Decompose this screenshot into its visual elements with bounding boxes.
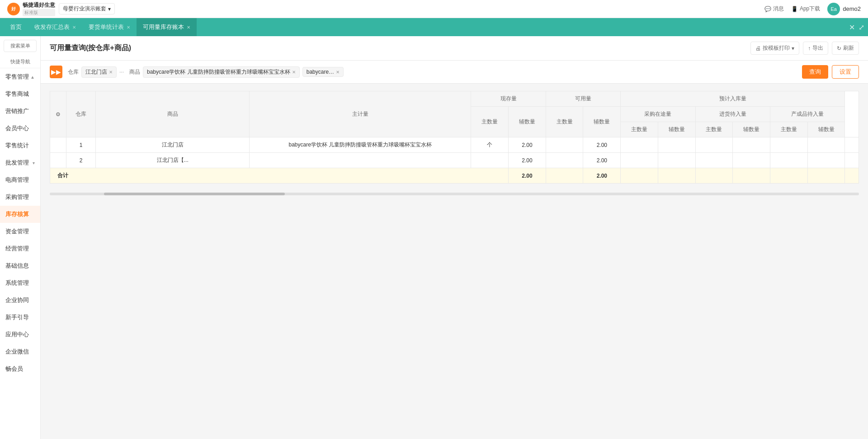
prod-aux-header: 辅数量 [807,122,845,137]
scroll-footer [41,191,868,197]
sidebar-item-purchase-mgmt[interactable]: 采购管理 [0,189,40,206]
available-main-qty-header: 主数量 [546,107,583,137]
more-filter-icon[interactable]: ··· [119,69,124,75]
total-available-main-cell: 2.00 [583,168,621,184]
refresh-icon: ↻ [837,45,841,52]
row-settings-cell [50,137,66,153]
remove-product-extra-icon[interactable]: ✕ [336,70,340,75]
user-area[interactable]: Ea demo2 [827,3,861,15]
settings-col-header: ⚙ [50,91,66,137]
row-available-aux-cell [621,137,658,153]
horizontal-scrollbar[interactable] [50,193,859,195]
sidebar-search-area: 搜索菜单 [0,36,40,56]
top-bar-right: 💬 消息 📱 App下载 Ea demo2 [764,3,861,15]
refresh-button[interactable]: ↻ 刷新 [832,42,859,55]
sidebar-item-enterprise-collab[interactable]: 企业协同 [0,292,40,309]
message-action[interactable]: 💬 消息 [764,5,784,13]
warehouse-filter: 仓库 江北门店 ✕ ··· [68,66,124,78]
avatar: Ea [827,3,840,15]
sidebar-item-members[interactable]: 会员中心 [0,120,40,137]
warehouse-col-header: 仓库 [66,91,96,137]
total-row: 合计 2.00 2.00 [50,168,859,184]
row-prod-main-cell [807,153,845,168]
filter-toggle-button[interactable]: ▶▶ [50,66,62,78]
content-area: 可用量查询(按仓库+商品) 🖨 按模板打印 ▾ ↑ 导出 ↻ 刷新 ▶▶ [41,36,868,439]
tab-receive-summary[interactable]: 收发存汇总表 ✕ [28,18,82,36]
scroll-thumb[interactable] [104,193,285,195]
row-incoming-main-cell [733,137,770,153]
tab-home[interactable]: 首页 [4,18,28,36]
mobile-icon: 📱 [791,6,798,12]
remove-product-icon[interactable]: ✕ [292,70,296,75]
warehouse-tag[interactable]: 江北门店 ✕ [81,66,117,78]
sidebar-item-ecommerce[interactable]: 电商管理 [0,171,40,189]
username[interactable]: demo2 [843,5,861,12]
close-icon[interactable]: ✕ [72,25,76,30]
quick-nav-button[interactable]: 快捷导航 [0,56,40,68]
query-button[interactable]: 查询 [802,65,828,79]
close-icon[interactable]: ✕ [127,25,130,30]
total-available-aux-cell [621,168,658,184]
close-window-icon[interactable]: ✕ [849,23,855,32]
search-menu-button[interactable]: 搜索菜单 [4,40,37,52]
incoming-header: 进货待入量 [695,107,770,122]
filter-actions: 查询 设置 [802,65,859,79]
remove-warehouse-icon[interactable]: ✕ [109,70,113,75]
total-prod-main-cell [807,168,845,184]
sidebar-item-vip-member[interactable]: 畅会员 [0,360,40,378]
purchase-transit-header: 采购在途量 [621,107,695,122]
sidebar-item-wholesale-mgmt[interactable]: 批发管理 ▾ [0,154,40,171]
total-current-aux-cell [546,168,583,184]
filter-bar: ▶▶ 仓库 江北门店 ✕ ··· 商品 babycare学饮杯 儿童防摔防撞吸管… [41,61,868,84]
sidebar-item-system-mgmt[interactable]: 系统管理 [0,274,40,292]
template-print-button[interactable]: 🖨 按模板打印 ▾ [750,42,799,55]
product-extra-tag[interactable]: babycare… ✕ [302,67,344,77]
industry-selector[interactable]: 母婴行业演示账套 ▾ [59,3,115,14]
sidebar-item-basic-info[interactable]: 基础信息 [0,257,40,274]
top-bar-left: 好 畅捷通好生意 标准版 母婴行业演示账套 ▾ [7,1,115,16]
brand-label: 标准版 [23,9,55,16]
available-col-header: 可用量 [546,91,620,107]
sidebar-item-app-center[interactable]: 应用中心 [0,326,40,343]
total-incoming-aux-cell [770,168,807,184]
product-tag[interactable]: babycare学饮杯 儿童防摔防撞吸管杯重力球吸嘴杯宝宝水杯 ✕ [143,66,300,78]
tab-order-stats[interactable]: 要货单统计表 ✕ [82,18,137,36]
available-aux-qty-header: 辅数量 [583,107,621,137]
warehouse-label: 仓库 [68,68,79,76]
row-unit-cell: 个 [471,137,509,153]
row-available-main-cell: 2.00 [583,137,621,153]
export-button[interactable]: ↑ 导出 [803,42,828,55]
purchase-aux-header: 辅数量 [658,122,695,137]
table-container: ⚙ 仓库 商品 主计量 现存量 可用量 预计入库量 主数量 辅数量 主数量 辅数… [41,84,868,191]
row-settings-cell [50,153,66,168]
sidebar-item-new-guide[interactable]: 新手引导 [0,309,40,326]
prod-main-header: 主数量 [770,122,807,137]
tab-available-stock[interactable]: 可用量库存账本 ✕ [137,18,197,36]
row-prod-main-cell [807,137,845,153]
brand-name: 畅捷通好生意 标准版 [23,1,55,16]
close-icon[interactable]: ✕ [187,25,190,30]
row-purchase-main-cell [658,137,695,153]
sidebar-item-marketing[interactable]: 营销推广 [0,103,40,120]
expand-icon[interactable]: ⤢ [859,23,864,32]
product-filter: 商品 babycare学饮杯 儿童防摔防撞吸管杯重力球吸嘴杯宝宝水杯 ✕ bab… [129,66,344,78]
row-purchase-aux-cell [695,153,733,168]
current-stock-col-header: 现存量 [471,91,546,107]
sidebar-item-finance-mgmt[interactable]: 资金管理 [0,223,40,240]
sidebar-item-enterprise-wechat[interactable]: 企业微信 [0,343,40,360]
settings-button[interactable]: 设置 [832,65,859,79]
sidebar-item-inventory-check[interactable]: 库存核算 [0,206,40,223]
sidebar-item-retail-mall[interactable]: 零售商城 [0,85,40,103]
nav-right-actions: ✕ ⤢ [849,23,868,32]
total-purchase-main-cell [658,168,695,184]
sidebar-item-retail-mgmt[interactable]: 零售管理 ▲ [0,68,40,85]
sidebar-item-retail-stats[interactable]: 零售统计 [0,137,40,154]
row-no-cell: 1 [66,137,96,153]
sidebar-item-operations-mgmt[interactable]: 经营管理 [0,240,40,257]
row-purchase-main-cell [658,153,695,168]
print-icon: 🖨 [755,45,761,52]
app-download-action[interactable]: 📱 App下载 [791,5,820,13]
top-bar: 好 畅捷通好生意 标准版 母婴行业演示账套 ▾ 💬 消息 📱 App下载 Ea … [0,0,868,18]
production-pending-header: 产成品待入量 [770,107,844,122]
page-header: 可用量查询(按仓库+商品) 🖨 按模板打印 ▾ ↑ 导出 ↻ 刷新 [41,36,868,61]
